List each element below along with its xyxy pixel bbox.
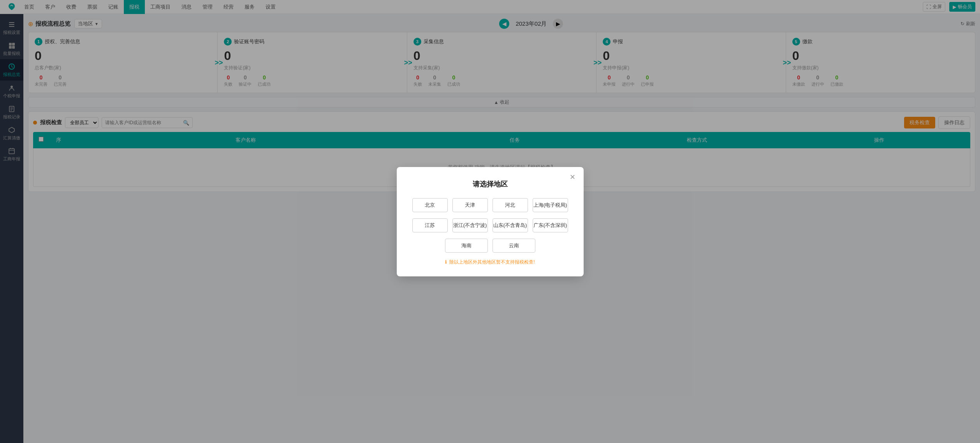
modal-warning: ℹ 除以上地区外其他地区暂不支持报税检查! xyxy=(412,259,568,265)
modal-close-button[interactable]: ✕ xyxy=(568,172,577,182)
region-btn-shanghai[interactable]: 上海(电子税局) xyxy=(533,198,568,212)
region-grid-row1: 北京 天津 河北 上海(电子税局) xyxy=(412,198,568,212)
warning-icon: ℹ xyxy=(445,259,447,265)
region-btn-hebei[interactable]: 河北 xyxy=(493,198,528,212)
warning-text: 除以上地区外其他地区暂不支持报税检查! xyxy=(449,259,535,265)
region-grid-row3: 海南 云南 xyxy=(412,239,568,253)
region-btn-guangdong[interactable]: 广东(不含深圳) xyxy=(533,218,568,232)
region-btn-zhejiang[interactable]: 浙江(不含宁波) xyxy=(452,218,488,232)
modal-title: 请选择地区 xyxy=(412,179,568,189)
region-btn-beijing[interactable]: 北京 xyxy=(412,198,448,212)
region-btn-shandong[interactable]: 山东(不含青岛) xyxy=(493,218,528,232)
modal-overlay[interactable]: ✕ 请选择地区 北京 天津 河北 上海(电子税局) 江苏 浙江(不含宁波) 山东… xyxy=(0,0,980,443)
region-btn-tianjin[interactable]: 天津 xyxy=(452,198,488,212)
region-btn-hainan[interactable]: 海南 xyxy=(445,239,488,253)
region-select-modal: ✕ 请选择地区 北京 天津 河北 上海(电子税局) 江苏 浙江(不含宁波) 山东… xyxy=(397,167,584,276)
region-btn-jiangsu[interactable]: 江苏 xyxy=(412,218,448,232)
region-grid-row2: 江苏 浙江(不含宁波) 山东(不含青岛) 广东(不含深圳) xyxy=(412,218,568,232)
region-btn-yunnan[interactable]: 云南 xyxy=(493,239,535,253)
